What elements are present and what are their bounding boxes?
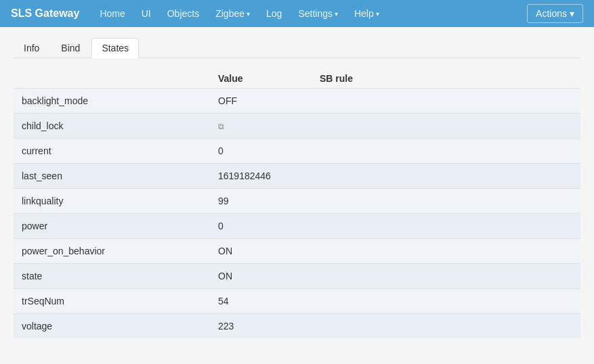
table-row: trSeqNum 54 bbox=[14, 289, 580, 314]
table-row: power_on_behavior ON bbox=[14, 239, 580, 264]
row-sbrule bbox=[312, 114, 580, 139]
row-value: 0 bbox=[210, 214, 312, 239]
row-sbrule bbox=[312, 289, 580, 314]
row-value: ON bbox=[210, 239, 312, 264]
row-name: child_lock bbox=[14, 114, 210, 139]
actions-label: Actions bbox=[536, 8, 567, 19]
row-value: 223 bbox=[210, 314, 312, 339]
row-value: ON bbox=[210, 264, 312, 289]
actions-button[interactable]: Actions ▾ bbox=[527, 4, 583, 23]
chevron-down-icon: ▾ bbox=[376, 10, 379, 18]
tab-states[interactable]: States bbox=[91, 38, 139, 58]
col-name-header bbox=[14, 69, 210, 89]
row-name: trSeqNum bbox=[14, 289, 210, 314]
row-value: 54 bbox=[210, 289, 312, 314]
nav-zigbee[interactable]: Zigbee ▾ bbox=[209, 4, 257, 23]
table-row: child_lock ⧉ bbox=[14, 114, 580, 139]
app-brand[interactable]: SLS Gateway bbox=[11, 7, 79, 20]
table-row: state ON bbox=[14, 264, 580, 289]
navbar-right: Actions ▾ bbox=[527, 4, 583, 23]
row-value: 0 bbox=[210, 139, 312, 164]
col-value-header: Value bbox=[210, 69, 312, 89]
nav-help[interactable]: Help ▾ bbox=[347, 4, 386, 23]
nav-home[interactable]: Home bbox=[93, 4, 131, 23]
tab-bind[interactable]: Bind bbox=[51, 38, 90, 58]
row-name: power bbox=[14, 214, 210, 239]
nav-objects[interactable]: Objects bbox=[161, 4, 206, 23]
nav-settings[interactable]: Settings ▾ bbox=[291, 4, 345, 23]
table-row: linkquality 99 bbox=[14, 189, 580, 214]
table-row: voltage 223 bbox=[14, 314, 580, 339]
chevron-down-icon: ▾ bbox=[335, 10, 338, 18]
tabs: Info Bind States bbox=[14, 38, 580, 58]
table-row: power 0 bbox=[14, 214, 580, 239]
page-content: Info Bind States Value SB rule backlight… bbox=[0, 27, 594, 349]
row-name: linkquality bbox=[14, 189, 210, 214]
row-sbrule bbox=[312, 214, 580, 239]
copy-icon[interactable]: ⧉ bbox=[218, 122, 228, 131]
states-table: Value SB rule backlight_mode OFF child_l… bbox=[14, 69, 580, 338]
nav-links: Home UI Objects Zigbee ▾ Log Settings ▾ … bbox=[93, 4, 527, 23]
table-row: last_seen 1619182446 bbox=[14, 164, 580, 189]
row-sbrule bbox=[312, 164, 580, 189]
row-sbrule bbox=[312, 314, 580, 339]
row-sbrule bbox=[312, 264, 580, 289]
row-sbrule bbox=[312, 239, 580, 264]
tab-info[interactable]: Info bbox=[14, 38, 49, 58]
nav-ui[interactable]: UI bbox=[135, 4, 158, 23]
row-value: OFF bbox=[210, 89, 312, 114]
row-name: current bbox=[14, 139, 210, 164]
row-name: last_seen bbox=[14, 164, 210, 189]
table-row: backlight_mode OFF bbox=[14, 89, 580, 114]
row-name: state bbox=[14, 264, 210, 289]
row-name: power_on_behavior bbox=[14, 239, 210, 264]
navbar: SLS Gateway Home UI Objects Zigbee ▾ Log… bbox=[0, 0, 594, 27]
row-sbrule bbox=[312, 139, 580, 164]
row-name: backlight_mode bbox=[14, 89, 210, 114]
nav-log[interactable]: Log bbox=[259, 4, 289, 23]
chevron-down-icon: ▾ bbox=[247, 10, 250, 18]
row-value: 1619182446 bbox=[210, 164, 312, 189]
row-value: 99 bbox=[210, 189, 312, 214]
col-sbrule-header: SB rule bbox=[312, 69, 580, 89]
row-sbrule bbox=[312, 189, 580, 214]
chevron-down-icon: ▾ bbox=[570, 8, 574, 19]
row-name: voltage bbox=[14, 314, 210, 339]
table-row: current 0 bbox=[14, 139, 580, 164]
row-value: ⧉ bbox=[210, 114, 312, 139]
row-sbrule bbox=[312, 89, 580, 114]
